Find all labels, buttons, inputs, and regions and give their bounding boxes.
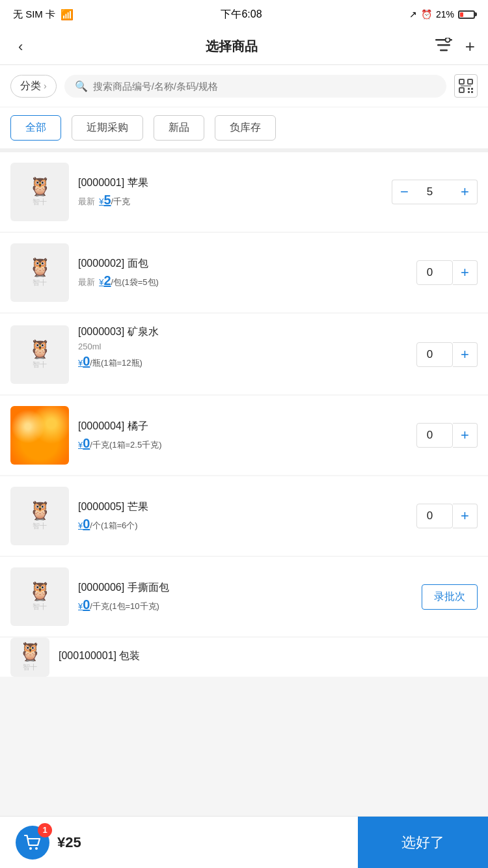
bottom-bar: 1 ¥25 选好了 bbox=[0, 816, 488, 868]
product-name: [000100001] 包装 bbox=[59, 649, 478, 663]
status-time: 下午6:08 bbox=[221, 8, 262, 21]
tab-negative[interactable]: 负库存 bbox=[215, 115, 276, 141]
product-price: ¥0/千克(1包=10千克) bbox=[78, 597, 413, 612]
product-quantity-control: + bbox=[416, 423, 478, 448]
cart-icon-button[interactable]: 1 bbox=[16, 826, 49, 860]
svg-point-3 bbox=[445, 38, 450, 42]
brand-text: 智十 bbox=[33, 360, 47, 370]
list-item: 🦉 智十 [0000003] 矿泉水 250ml ¥0/瓶(1箱=12瓶) + bbox=[0, 314, 488, 394]
tab-row: 全部 近期采购 新品 负库存 bbox=[0, 107, 488, 152]
alarm-icon: ⏰ bbox=[421, 9, 432, 20]
product-placeholder: 🦉 智十 bbox=[10, 163, 69, 221]
price-value: 2 bbox=[103, 273, 111, 288]
product-image: 🦉 智十 bbox=[10, 567, 69, 626]
price-unit: /个(1箱=6个) bbox=[90, 521, 137, 530]
quantity-increase-button[interactable]: + bbox=[453, 423, 478, 448]
svg-point-13 bbox=[35, 847, 38, 850]
carrier-text: 无 SIM 卡 bbox=[13, 8, 55, 21]
price-value: 0 bbox=[83, 354, 90, 368]
quantity-input[interactable] bbox=[416, 504, 453, 528]
scan-button[interactable] bbox=[454, 74, 478, 98]
quantity-input[interactable] bbox=[416, 260, 453, 285]
product-info: [000100001] 包装 bbox=[59, 649, 478, 666]
battery-percent: 21% bbox=[436, 9, 454, 20]
quantity-input[interactable] bbox=[416, 423, 453, 448]
filter-icon[interactable] bbox=[435, 38, 452, 56]
product-info: [0000004] 橘子 ¥0/千克(1箱=2.5千克) bbox=[78, 420, 407, 451]
tab-recent-label: 近期采购 bbox=[87, 122, 128, 133]
price-unit: /包(1袋=5包) bbox=[111, 277, 159, 287]
battery-fill bbox=[460, 12, 463, 17]
svg-rect-11 bbox=[461, 85, 471, 87]
quantity-input[interactable] bbox=[416, 180, 453, 204]
svg-rect-10 bbox=[471, 91, 473, 93]
search-input[interactable] bbox=[93, 81, 436, 92]
owl-icon: 🦉 bbox=[29, 258, 51, 277]
product-name: [0000004] 橘子 bbox=[78, 420, 407, 433]
product-info: [0000002] 面包 最新 ¥2/包(1袋=5包) bbox=[78, 257, 407, 288]
price-value: 5 bbox=[103, 193, 111, 207]
tab-all[interactable]: 全部 bbox=[10, 115, 61, 141]
product-image: 🦉 智十 bbox=[10, 487, 69, 545]
batch-button[interactable]: 录批次 bbox=[422, 584, 478, 610]
tab-negative-label: 负库存 bbox=[230, 122, 261, 133]
product-price: 最新 ¥2/包(1袋=5包) bbox=[78, 273, 407, 288]
product-placeholder: 🦉 智十 bbox=[10, 638, 49, 677]
cart-total: ¥25 bbox=[57, 834, 81, 851]
nav-actions: + bbox=[435, 36, 475, 57]
product-name: [0000001] 苹果 bbox=[78, 176, 383, 190]
product-image-orange bbox=[10, 406, 69, 465]
list-item: 🦉 智十 [0000002] 面包 最新 ¥2/包(1袋=5包) + bbox=[0, 233, 488, 312]
product-price: 最新 ¥5/千克 bbox=[78, 193, 383, 208]
quantity-decrease-button[interactable]: − bbox=[392, 180, 416, 204]
cart-badge: 1 bbox=[38, 823, 52, 837]
list-item: 🦉 智十 [000100001] 包装 bbox=[0, 638, 488, 677]
svg-rect-9 bbox=[468, 91, 470, 93]
page-title: 选择商品 bbox=[206, 38, 258, 55]
product-placeholder: 🦉 智十 bbox=[10, 243, 69, 302]
owl-icon: 🦉 bbox=[29, 340, 51, 359]
tab-all-label: 全部 bbox=[25, 122, 46, 133]
product-name: [0000005] 芒果 bbox=[78, 500, 407, 514]
brand-text: 智十 bbox=[33, 602, 47, 612]
product-quantity-control: + bbox=[416, 504, 478, 528]
list-item: 🦉 智十 [0000006] 手撕面包 ¥0/千克(1包=10千克) 录批次 bbox=[0, 557, 488, 636]
svg-rect-1 bbox=[437, 44, 450, 46]
product-name: [0000002] 面包 bbox=[78, 257, 407, 271]
list-item: 🦉 智十 [0000005] 芒果 ¥0/个(1箱=6个) + bbox=[0, 476, 488, 556]
brand-text: 智十 bbox=[33, 197, 47, 207]
product-price: ¥0/千克(1箱=2.5千克) bbox=[78, 436, 407, 451]
category-button[interactable]: 分类 › bbox=[10, 75, 57, 98]
product-info: [0000001] 苹果 最新 ¥5/千克 bbox=[78, 176, 383, 208]
search-field-wrap: 🔍 bbox=[64, 75, 446, 98]
svg-rect-6 bbox=[459, 88, 464, 92]
owl-icon: 🦉 bbox=[29, 178, 51, 196]
quantity-input[interactable] bbox=[416, 342, 453, 367]
svg-rect-4 bbox=[459, 79, 464, 84]
price-latest-label: 最新 bbox=[78, 277, 95, 287]
brand-text: 智十 bbox=[23, 662, 37, 672]
back-button[interactable]: ‹ bbox=[13, 33, 28, 61]
product-info: [0000005] 芒果 ¥0/个(1箱=6个) bbox=[78, 500, 407, 532]
price-latest-label: 最新 bbox=[78, 197, 95, 206]
quantity-increase-button[interactable]: + bbox=[453, 180, 478, 204]
tab-new[interactable]: 新品 bbox=[154, 115, 204, 141]
tab-recent[interactable]: 近期采购 bbox=[72, 115, 143, 141]
quantity-increase-button[interactable]: + bbox=[453, 504, 478, 528]
quantity-increase-button[interactable]: + bbox=[453, 342, 478, 367]
owl-icon: 🦉 bbox=[19, 643, 42, 661]
battery-bar bbox=[458, 10, 475, 19]
chevron-right-icon: › bbox=[44, 81, 47, 91]
status-carrier: 无 SIM 卡 📶 bbox=[13, 8, 74, 21]
confirm-button[interactable]: 选好了 bbox=[358, 817, 488, 869]
price-value: 0 bbox=[83, 517, 90, 531]
brand-text: 智十 bbox=[33, 278, 47, 288]
price-value: 0 bbox=[83, 597, 90, 612]
product-info: [0000006] 手撕面包 ¥0/千克(1包=10千克) bbox=[78, 581, 413, 612]
price-value: 0 bbox=[83, 436, 90, 450]
add-button[interactable]: + bbox=[465, 36, 475, 57]
price-unit: /千克 bbox=[111, 197, 131, 206]
wifi-icon: 📶 bbox=[61, 8, 74, 21]
quantity-increase-button[interactable]: + bbox=[453, 260, 478, 285]
svg-rect-5 bbox=[468, 79, 472, 84]
